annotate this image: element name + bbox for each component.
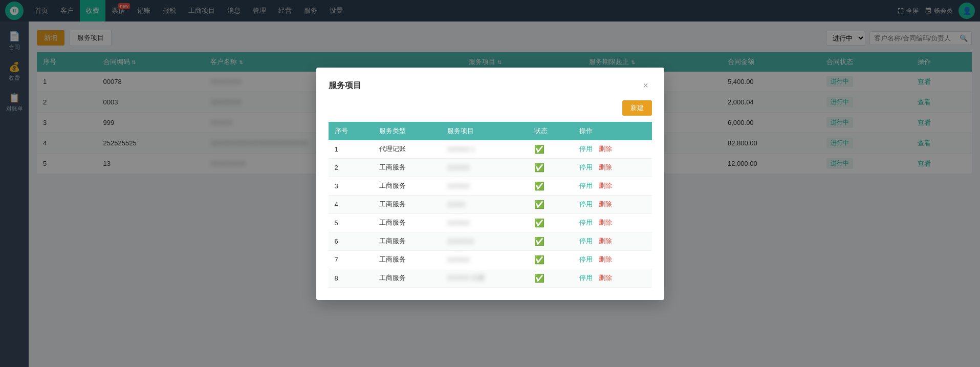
stop-button[interactable]: 停用 (579, 200, 593, 208)
modal-table-row: 1 代理记账 XXXXX 1 ✅ 停用 删除 (329, 140, 652, 159)
delete-button[interactable]: 删除 (599, 163, 612, 171)
modal-toolbar: 新建 (329, 100, 652, 116)
delete-button[interactable]: 删除 (599, 219, 612, 226)
stop-button[interactable]: 停用 (579, 255, 593, 263)
modal-seq-cell: 8 (329, 269, 374, 287)
delete-button[interactable]: 删除 (599, 145, 612, 153)
modal-table-wrap: 序号服务类型服务项目状态操作 1 代理记账 XXXXX 1 ✅ 停用 删除 2 … (329, 122, 652, 288)
modal-type-cell: 工商服务 (373, 213, 441, 232)
modal-item-cell: XXXXX 1 (441, 140, 528, 159)
status-check-icon: ✅ (534, 182, 545, 190)
modal-action-cell: 停用 删除 (573, 213, 652, 232)
stop-button[interactable]: 停用 (579, 182, 593, 189)
modal-status-cell: ✅ (528, 177, 573, 195)
modal-col-服务项目: 服务项目 (441, 122, 528, 140)
modal-item-cell: XXXXXX (441, 232, 528, 250)
modal-seq-cell: 6 (329, 232, 374, 250)
modal-type-cell: 工商服务 (373, 177, 441, 195)
modal-action-cell: 停用 删除 (573, 177, 652, 195)
modal-table-row: 4 工商服务 XXXX ✅ 停用 删除 (329, 195, 652, 213)
modal-type-cell: 工商服务 (373, 269, 441, 287)
modal-seq-cell: 4 (329, 195, 374, 213)
status-check-icon: ✅ (534, 145, 545, 154)
modal-type-cell: 工商服务 (373, 232, 441, 250)
modal-action-cell: 停用 删除 (573, 269, 652, 287)
status-check-icon: ✅ (534, 255, 545, 264)
modal-item-cell: XXXXX (441, 158, 528, 177)
modal-item-cell: XXXXX (441, 250, 528, 269)
modal-status-cell: ✅ (528, 140, 573, 159)
modal-col-状态: 状态 (528, 122, 573, 140)
modal-col-序号: 序号 (329, 122, 374, 140)
modal-type-cell: 代理记账 (373, 140, 441, 159)
stop-button[interactable]: 停用 (579, 237, 593, 245)
modal-seq-cell: 7 (329, 250, 374, 269)
modal-status-cell: ✅ (528, 195, 573, 213)
modal-table-row: 5 工商服务 XXXXX ✅ 停用 删除 (329, 213, 652, 232)
modal-type-cell: 工商服务 (373, 195, 441, 213)
service-modal: 服务项目 × 新建 序号服务类型服务项目状态操作 1 代理记账 XXXXX 1 … (316, 68, 664, 300)
modal-table-row: 6 工商服务 XXXXXX ✅ 停用 删除 (329, 232, 652, 250)
status-check-icon: ✅ (534, 219, 545, 227)
delete-button[interactable]: 删除 (599, 274, 612, 282)
modal-action-cell: 停用 删除 (573, 140, 652, 159)
modal-item-cell: XXXXX 注册 (441, 269, 528, 287)
modal-status-cell: ✅ (528, 158, 573, 177)
modal-action-cell: 停用 删除 (573, 232, 652, 250)
modal-seq-cell: 2 (329, 158, 374, 177)
status-check-icon: ✅ (534, 200, 545, 209)
stop-button[interactable]: 停用 (579, 274, 593, 282)
delete-button[interactable]: 删除 (599, 200, 612, 208)
status-check-icon: ✅ (534, 163, 545, 172)
modal-type-cell: 工商服务 (373, 250, 441, 269)
modal-col-操作: 操作 (573, 122, 652, 140)
service-items-table: 序号服务类型服务项目状态操作 1 代理记账 XXXXX 1 ✅ 停用 删除 2 … (329, 122, 652, 288)
delete-button[interactable]: 删除 (599, 182, 612, 189)
delete-button[interactable]: 删除 (599, 255, 612, 263)
modal-seq-cell: 1 (329, 140, 374, 159)
modal-new-button[interactable]: 新建 (622, 100, 652, 116)
modal-status-cell: ✅ (528, 269, 573, 287)
stop-button[interactable]: 停用 (579, 145, 593, 153)
modal-action-cell: 停用 删除 (573, 250, 652, 269)
modal-close-button[interactable]: × (640, 80, 652, 92)
modal-status-cell: ✅ (528, 232, 573, 250)
modal-seq-cell: 5 (329, 213, 374, 232)
modal-item-cell: XXXXX (441, 213, 528, 232)
status-check-icon: ✅ (534, 237, 545, 246)
modal-action-cell: 停用 删除 (573, 158, 652, 177)
status-check-icon: ✅ (534, 274, 545, 283)
stop-button[interactable]: 停用 (579, 163, 593, 171)
modal-col-服务类型: 服务类型 (373, 122, 441, 140)
modal-action-cell: 停用 删除 (573, 195, 652, 213)
modal-table-row: 3 工商服务 XXXXX ✅ 停用 删除 (329, 177, 652, 195)
modal-item-cell: XXXX (441, 195, 528, 213)
modal-seq-cell: 3 (329, 177, 374, 195)
modal-table-row: 2 工商服务 XXXXX ✅ 停用 删除 (329, 158, 652, 177)
modal-table-row: 8 工商服务 XXXXX 注册 ✅ 停用 删除 (329, 269, 652, 287)
modal-item-cell: XXXXX (441, 177, 528, 195)
stop-button[interactable]: 停用 (579, 219, 593, 226)
modal-status-cell: ✅ (528, 250, 573, 269)
modal-type-cell: 工商服务 (373, 158, 441, 177)
modal-table-row: 7 工商服务 XXXXX ✅ 停用 删除 (329, 250, 652, 269)
modal-header: 服务项目 × (329, 80, 652, 92)
modal-status-cell: ✅ (528, 213, 573, 232)
modal-title: 服务项目 (329, 80, 361, 91)
delete-button[interactable]: 删除 (599, 237, 612, 245)
